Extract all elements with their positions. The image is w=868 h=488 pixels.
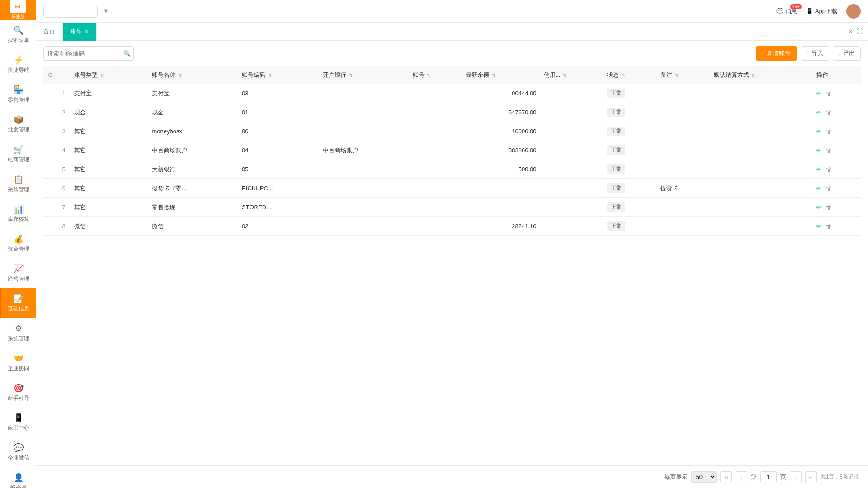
th-settings[interactable]: ⚙ — [43, 66, 57, 84]
status-badge: 正常 — [607, 221, 625, 231]
edit-button[interactable]: ✏ — [816, 128, 822, 135]
th-bank[interactable]: 开户银行 ⇅ — [319, 66, 409, 84]
close-window-icon[interactable]: ✕ — [848, 28, 853, 35]
sidebar-item-quicknav[interactable]: ⚡ 快捷导航 — [0, 50, 36, 80]
cell-type: 支付宝 — [71, 84, 148, 103]
sort-icon-settle: ⇅ — [751, 73, 755, 78]
cell-code: STORED... — [238, 198, 319, 217]
cell-type: 其它 — [71, 160, 148, 179]
sidebar-item-wholesale[interactable]: 📦 批发管理 — [0, 109, 36, 139]
search-input[interactable] — [44, 47, 121, 60]
tab-close-icon[interactable]: ✕ — [85, 28, 89, 35]
cell-bank — [319, 84, 409, 103]
edit-button[interactable]: ✏ — [816, 166, 822, 173]
page-number-input[interactable] — [760, 471, 777, 483]
edit-button[interactable]: ✏ — [816, 223, 822, 230]
cell-action: ✏ 🗑 — [813, 160, 861, 179]
pagination: 每页显示 50 100 200 ⏮ ‹ 第 页 › ⏭ 共1页，8条记录 — [36, 465, 868, 488]
th-balance[interactable]: 最新余额 ⇅ — [462, 66, 540, 84]
delete-button[interactable]: 🗑 — [826, 147, 832, 154]
table-row: 3 其它 moneybosx 06 10000.00 正常 ✏ 🗑 — [43, 122, 861, 141]
collab-icon: 🤝 — [14, 353, 24, 363]
sidebar-item-label: 企业协同 — [8, 365, 29, 372]
th-status[interactable]: 状态 ⇅ — [604, 66, 657, 84]
delete-button[interactable]: 🗑 — [826, 204, 832, 211]
import-button[interactable]: ↑ 导入 — [801, 46, 829, 61]
next-page-button[interactable]: › — [790, 471, 802, 483]
message-badge: 99+ — [790, 4, 802, 9]
cell-bank — [319, 103, 409, 122]
prev-page-button[interactable]: ‹ — [736, 471, 747, 483]
cell-name: 提货卡（零... — [148, 179, 238, 198]
last-page-button[interactable]: ⏭ — [805, 471, 817, 483]
delete-button[interactable]: 🗑 — [826, 166, 832, 173]
edit-button[interactable]: ✏ — [816, 185, 822, 192]
main-area: ▼ 💬 消息 99+ 📱 App下载 首页 账号 ✕ ✕ ⛶ — [36, 0, 868, 488]
cell-status: 正常 — [604, 84, 657, 103]
export-button[interactable]: ↓ 导出 — [833, 46, 861, 61]
cell-status: 正常 — [604, 141, 657, 160]
cell-code: 04 — [238, 141, 319, 160]
page-size-select[interactable]: 50 100 200 — [691, 471, 717, 483]
user-avatar[interactable] — [846, 4, 861, 19]
cell-type: 微信 — [71, 217, 148, 236]
sidebar-item-wechat[interactable]: 💬 企业微信 — [0, 437, 36, 467]
add-account-button[interactable]: + 新增账号 — [756, 46, 797, 61]
edit-button[interactable]: ✏ — [816, 109, 822, 116]
app-download-button[interactable]: 📱 App下载 — [806, 7, 837, 15]
sidebar-item-guide[interactable]: 🎯 新手引导 — [0, 378, 36, 408]
sidebar-item-retail[interactable]: 🏪 零售管理 — [0, 80, 36, 109]
gear-icon[interactable]: ⚙ — [47, 71, 53, 79]
dropdown-arrow-icon[interactable]: ▼ — [103, 8, 109, 14]
sort-icon-name: ⇅ — [178, 73, 182, 78]
top-search-input[interactable] — [43, 5, 98, 18]
cell-status: 正常 — [604, 198, 657, 217]
edit-button[interactable]: ✏ — [816, 204, 822, 211]
cell-remark — [657, 160, 710, 179]
tab-home[interactable]: 首页 — [36, 23, 63, 41]
sidebar-item-ecommerce[interactable]: 🛒 电商管理 — [0, 139, 36, 169]
cell-default-settle — [710, 84, 813, 103]
first-page-button[interactable]: ⏮ — [720, 471, 732, 483]
sidebar-item-inventory[interactable]: 📊 库存核算 — [0, 199, 36, 229]
th-type[interactable]: 账号类型 ⇅ — [71, 66, 148, 84]
content-area: 🔍 + 新增账号 ↑ 导入 ↓ 导出 — [36, 41, 868, 488]
th-remark[interactable]: 备注 ⇅ — [657, 66, 710, 84]
sidebar-item-label: 新手引导 — [8, 394, 29, 402]
edit-button[interactable]: ✏ — [816, 90, 822, 97]
delete-button[interactable]: 🗑 — [826, 185, 832, 192]
action-buttons: ✏ 🗑 — [816, 166, 857, 173]
th-usage[interactable]: 使用... ⇅ — [540, 66, 604, 84]
sidebar-item-system[interactable]: ⚙ 系统管理 — [0, 318, 36, 348]
sidebar: Ea 乐账版 🔍 搜索菜单 ⚡ 快捷导航 🏪 零售管理 📦 批发管理 🛒 电商管… — [0, 0, 36, 488]
tab-account[interactable]: 账号 ✕ — [63, 23, 97, 41]
sidebar-item-finance[interactable]: 💰 资金管理 — [0, 229, 36, 258]
th-account[interactable]: 账号 ⇅ — [409, 66, 462, 84]
sidebar-item-member[interactable]: 👤 畅会员 — [0, 467, 36, 488]
delete-button[interactable]: 🗑 — [826, 90, 832, 97]
table-row: 2 现金 现金 01 547670.00 正常 ✏ 🗑 — [43, 103, 861, 122]
delete-button[interactable]: 🗑 — [826, 223, 832, 230]
delete-button[interactable]: 🗑 — [826, 109, 832, 116]
sidebar-item-appcenter[interactable]: 📱 应用中心 — [0, 408, 36, 437]
status-badge: 正常 — [607, 164, 625, 174]
th-name[interactable]: 账号名称 ⇅ — [148, 66, 238, 84]
sidebar-item-purchase[interactable]: 📋 采购管理 — [0, 169, 36, 199]
sidebar-item-operations[interactable]: 📈 经营管理 — [0, 258, 36, 288]
edit-button[interactable]: ✏ — [816, 147, 822, 154]
sidebar-item-collab[interactable]: 🤝 企业协同 — [0, 348, 36, 378]
app-logo[interactable]: Ea 乐账版 — [0, 0, 36, 20]
th-default-settle[interactable]: 默认结算方式 ⇅ — [710, 66, 813, 84]
cell-action: ✏ 🗑 — [813, 198, 861, 217]
search-button[interactable]: 🔍 — [121, 47, 133, 60]
action-buttons: ✏ 🗑 — [816, 185, 857, 192]
cell-bank — [319, 217, 409, 236]
cell-bank — [319, 179, 409, 198]
th-code[interactable]: 账号编码 ⇅ — [238, 66, 319, 84]
message-button[interactable]: 💬 消息 99+ — [776, 7, 797, 15]
sidebar-item-basic-info[interactable]: 📝 基础信息 — [0, 288, 36, 318]
delete-button[interactable]: 🗑 — [826, 128, 832, 135]
sidebar-item-search[interactable]: 🔍 搜索菜单 — [0, 20, 36, 50]
maximize-icon[interactable]: ⛶ — [857, 28, 863, 35]
sort-icon-code: ⇅ — [268, 73, 272, 78]
